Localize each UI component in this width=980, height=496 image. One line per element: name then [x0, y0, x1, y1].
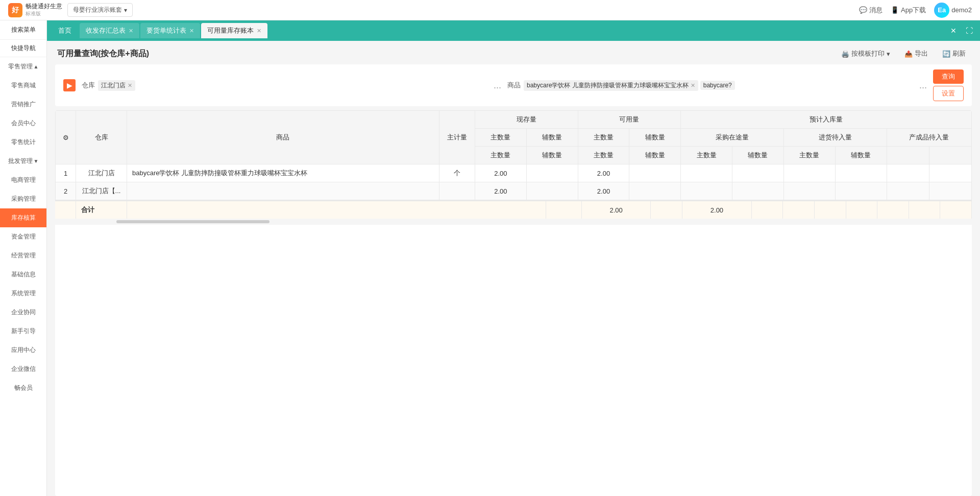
sidebar-item-retail-mgmt[interactable]: 零售管理 ▲ [0, 57, 46, 76]
industry-label: 母婴行业演示账套 [73, 6, 122, 14]
product-tag-close[interactable]: ✕ [691, 82, 695, 89]
sidebar-item-retail-mall[interactable]: 零售商城 [0, 76, 46, 95]
setting-button[interactable]: 设置 [933, 86, 964, 101]
tab-home[interactable]: 首页 [51, 23, 79, 38]
table-row: 2 江北门店【... 2.00 2.00 [56, 182, 972, 200]
sidebar-label-enterprise-wx: 企业微信 [11, 365, 36, 373]
tab-close-order-stats[interactable]: ✕ [189, 28, 194, 34]
filter-actions: 查询 设置 [933, 69, 964, 101]
sidebar-label-retail-stats: 零售统计 [11, 138, 36, 147]
col-warehouse: 仓库 [76, 111, 127, 164]
col-goods-waiting: 进货待入量 [783, 129, 887, 147]
sidebar-item-vip[interactable]: 畅会员 [0, 379, 46, 397]
sidebar-label-retail-mgmt: 零售管理 [8, 62, 33, 71]
message-label: 消息 [869, 6, 883, 15]
data-table: ⚙ 仓库 商品 主计量 现存量 [55, 110, 972, 200]
footer-purch-a [815, 201, 846, 219]
col-h-fwm [887, 147, 929, 164]
product-more[interactable]: ... [919, 80, 927, 91]
export-btn[interactable]: 📤 导出 [900, 47, 932, 60]
sidebar-search[interactable]: 搜索菜单 [0, 20, 46, 40]
footer-spacer1 [55, 201, 76, 219]
app-download-label: App下载 [901, 6, 926, 15]
table-row: 1 江北门店 babycare学饮杯 儿童防摔防撞吸管杯重力球吸嘴杯宝宝水杯 个… [56, 164, 972, 182]
product-filter-label: 商品 [507, 81, 521, 90]
app-download-btn[interactable]: 📱 App下载 [891, 6, 926, 15]
col-avail-aux: 辅数量 [629, 129, 681, 147]
sidebar-item-inventory[interactable]: 库存核算 [0, 208, 46, 227]
print-btn[interactable]: 🖨️ 按模板打印 ▾ [837, 47, 894, 60]
username: demo2 [951, 6, 972, 14]
maximize-btn[interactable]: ⛶ [963, 26, 976, 36]
row-finished-m-2 [887, 182, 929, 200]
refresh-btn[interactable]: 🔄 刷新 [938, 47, 970, 60]
sidebar-item-purchase[interactable]: 采购管理 [0, 190, 46, 208]
sidebar-item-basics[interactable]: 基础信息 [0, 265, 46, 284]
print-icon: 🖨️ [841, 50, 849, 58]
row-availqty-2: 2.00 [578, 182, 629, 200]
row-inbound-a-1 [835, 164, 887, 182]
row-warehouse-1: 江北门店 [76, 164, 127, 182]
sidebar-quick-nav[interactable]: 快捷导航 [0, 40, 46, 57]
tab-order-stats-label: 要货单统计表 [146, 26, 186, 35]
tab-order-stats[interactable]: 要货单统计表 ✕ [140, 23, 200, 38]
message-btn[interactable]: 💬 消息 [859, 6, 883, 15]
sidebar-label-vip: 畅会员 [14, 384, 33, 392]
sidebar-item-enterprise[interactable]: 企业协同 [0, 303, 46, 322]
col-h-am: 主数量 [578, 147, 629, 164]
footer-finished-a [940, 201, 972, 219]
sidebar-item-member-center[interactable]: 会员中心 [0, 114, 46, 133]
sidebar-label-inventory: 库存核算 [11, 214, 36, 222]
footer-current-qty: 2.00 [581, 201, 651, 219]
sidebar-item-newbie[interactable]: 新手引导 [0, 322, 46, 341]
user-area[interactable]: Ea demo2 [934, 3, 972, 18]
filter-expand-btn[interactable]: ▶ [63, 79, 76, 91]
warehouse-tag-close[interactable]: ✕ [128, 82, 132, 89]
footer-current-aux [651, 201, 682, 219]
product-filter-group: 商品 babycare学饮杯 儿童防摔防撞吸管杯重力球吸嘴杯宝宝水杯 ✕ bab… [507, 80, 927, 91]
tab-close-receivable[interactable]: ✕ [129, 28, 133, 34]
logo-sub: 标准版 [26, 10, 62, 17]
product-tag-babycare2: babycare? [700, 81, 735, 90]
top-bar-left: 好 畅捷通好生意 标准版 母婴行业演示账套 ▾ [8, 3, 133, 18]
refresh-label: 刷新 [952, 49, 966, 58]
sidebar-item-wholesale[interactable]: 批发管理 ▼ [0, 152, 46, 171]
tab-receivable-label: 收发存汇总表 [86, 26, 126, 35]
tab-inventory-ledger[interactable]: 可用量库存账本 ✕ [201, 23, 267, 38]
col-gear[interactable]: ⚙ [56, 111, 76, 164]
row-finished-m-1 [887, 164, 929, 182]
logo-icon: 好 [8, 3, 22, 17]
sidebar-item-ecommerce[interactable]: 电商管理 [0, 171, 46, 190]
sidebar-item-marketing[interactable]: 营销推广 [0, 95, 46, 114]
sidebar: 搜索菜单 快捷导航 零售管理 ▲ 零售商城 营销推广 会员中心 零售统计 批发管… [0, 20, 47, 496]
row-availqty-1: 2.00 [578, 164, 629, 182]
footer-product-spacer [127, 201, 546, 219]
tab-close-inventory-ledger[interactable]: ✕ [257, 28, 261, 34]
product-tag-babycare: babycare学饮杯 儿童防摔防撞吸管杯重力球吸嘴杯宝宝水杯 ✕ [524, 80, 698, 91]
tab-inventory-ledger-label: 可用量库存账本 [207, 26, 254, 35]
print-label: 按模板打印 [851, 49, 885, 58]
col-h-cm: 主数量 [475, 147, 526, 164]
warehouse-more[interactable]: ... [494, 80, 501, 91]
sidebar-item-retail-stats[interactable]: 零售统计 [0, 133, 46, 152]
sidebar-item-system[interactable]: 系统管理 [0, 284, 46, 303]
sidebar-item-operations[interactable]: 经营管理 [0, 246, 46, 265]
sidebar-label-operations: 经营管理 [11, 251, 36, 260]
sidebar-label-newbie: 新手引导 [11, 327, 36, 336]
close-window-btn[interactable]: ✕ [947, 26, 960, 36]
footer-inbound-m [846, 201, 877, 219]
footer-table: 合计 2.00 2.00 [55, 201, 972, 219]
tab-receivable[interactable]: 收发存汇总表 ✕ [80, 23, 139, 38]
row-index-2: 2 [56, 182, 76, 200]
sidebar-item-finance[interactable]: 资金管理 [0, 227, 46, 246]
row-product-1: babycare学饮杯 儿童防摔防撞吸管杯重力球吸嘴杯宝宝水杯 [127, 164, 439, 182]
sidebar-item-enterprise-wx[interactable]: 企业微信 [0, 360, 46, 379]
footer-finished-m [909, 201, 940, 219]
query-button[interactable]: 查询 [933, 69, 964, 84]
page-actions: 🖨️ 按模板打印 ▾ 📤 导出 🔄 刷新 [837, 47, 970, 60]
product-tag-value2: babycare? [703, 82, 732, 89]
col-current-main: 主数量 [475, 129, 526, 147]
sidebar-item-app-center[interactable]: 应用中心 [0, 341, 46, 360]
col-h-pta: 辅数量 [732, 147, 784, 164]
industry-selector[interactable]: 母婴行业演示账套 ▾ [67, 3, 133, 17]
